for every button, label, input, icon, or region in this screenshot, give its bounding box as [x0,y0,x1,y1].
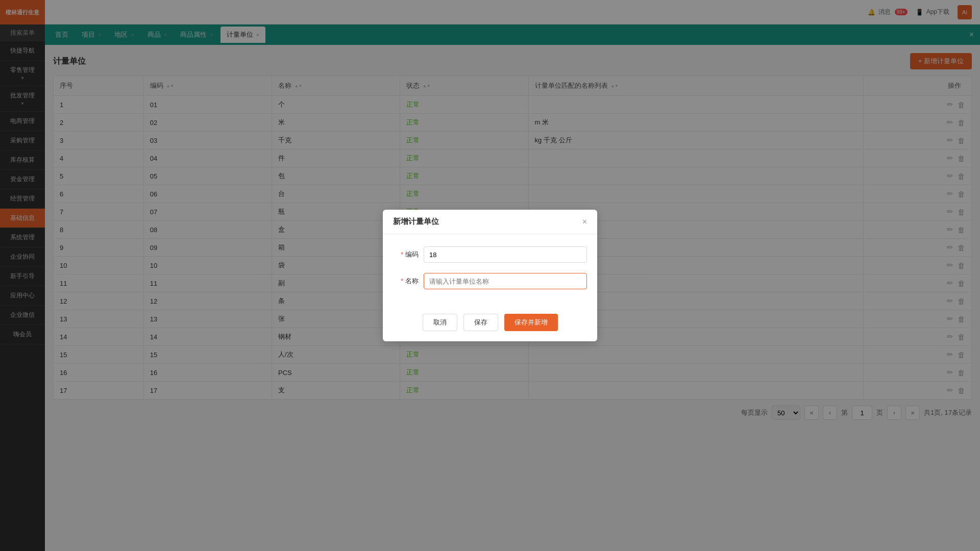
code-input[interactable] [424,246,587,263]
name-input[interactable] [424,273,587,289]
modal-title: 新增计量单位 [393,217,439,227]
modal-header: 新增计量单位 × [383,210,597,234]
save-button[interactable]: 保存 [463,314,498,331]
name-label: 名称 [393,277,424,286]
modal-body: 编码 名称 [383,234,597,308]
modal-overlay[interactable]: 新增计量单位 × 编码 名称 取消 保存 保存并新增 [0,0,980,551]
cancel-button[interactable]: 取消 [423,314,457,331]
save-and-new-button[interactable]: 保存并新增 [504,314,558,331]
add-unit-modal: 新增计量单位 × 编码 名称 取消 保存 保存并新增 [383,210,597,341]
modal-footer: 取消 保存 保存并新增 [383,308,597,341]
code-label: 编码 [393,250,424,259]
form-row-name: 名称 [393,273,587,289]
form-row-code: 编码 [393,246,587,263]
modal-close-button[interactable]: × [582,217,587,227]
